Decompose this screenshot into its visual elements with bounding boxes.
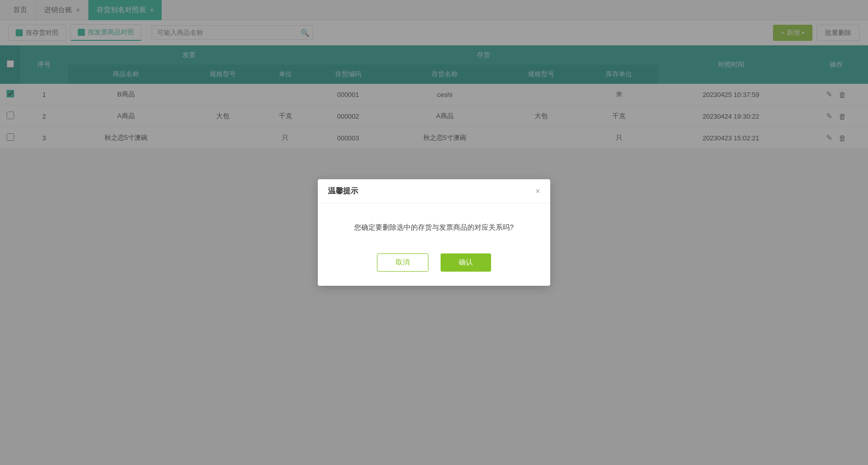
modal-overlay: 温馨提示 × 您确定要删除选中的存货与发票商品的对应关系吗? 取消 确认 bbox=[0, 0, 868, 149]
